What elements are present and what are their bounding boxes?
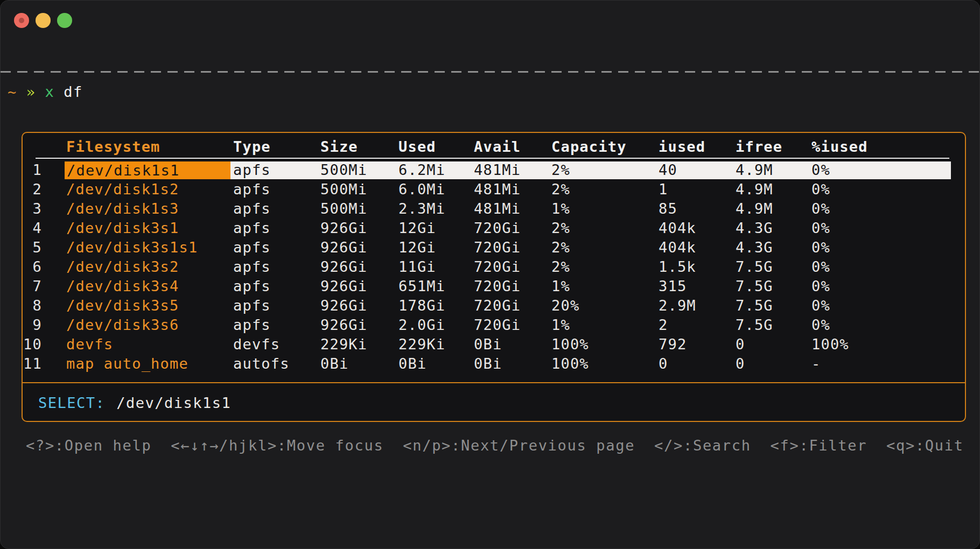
cell-filesystem: /dev/disk3s1s1 [66,238,198,257]
close-button[interactable] [14,13,29,28]
table-row[interactable]: 7/dev/disk3s4apfs926Gi651Mi720Gi1%3157.5… [23,277,965,296]
column-header-type[interactable]: Type [233,137,271,157]
table-row[interactable]: 8/dev/disk3s5apfs926Gi178Gi720Gi20%2.9M7… [23,296,965,315]
cell-filesystem: devfs [66,335,113,354]
select-separator [22,382,966,383]
cell-iused: 792 [659,335,687,354]
table-row[interactable]: 3/dev/disk1s3apfs500Mi2.3Mi481Mi1%854.9M… [23,199,965,219]
select-value: /dev/disk1s1 [116,391,231,415]
cell-used: 6.0Mi [398,180,445,199]
column-header-ifree[interactable]: ifree [736,137,782,157]
column-header-iused[interactable]: iused [659,137,705,157]
row-number: 11 [23,354,42,374]
table-row[interactable]: 6/dev/disk3s2apfs926Gi11Gi720Gi2%1.5k7.5… [23,257,965,277]
cell-type: apfs [233,219,271,238]
cell-used: 651Mi [398,277,445,296]
cell-iused: 1.5k [659,257,696,277]
titlebar[interactable] [1,1,979,33]
cell-avail: 720Gi [474,277,521,296]
column-header-size[interactable]: Size [320,137,358,157]
cell-capacity: 100% [551,335,589,354]
table-row[interactable]: 4/dev/disk3s1apfs926Gi12Gi720Gi2%404k4.3… [23,219,965,238]
table-row[interactable]: 10devfsdevfs229Ki229Ki0Bi100%7920100% [23,335,965,354]
table-row[interactable]: 11map auto_homeautofs0Bi0Bi0Bi100%00- [23,354,965,374]
row-number: 8 [23,296,42,315]
cell-piused: 0% [811,199,830,219]
table-row[interactable]: 1/dev/disk1s1apfs500Mi6.2Mi481Mi2%404.9M… [23,160,965,180]
row-number: 9 [23,315,42,335]
cell-avail: 720Gi [474,315,521,335]
cell-size: 926Gi [320,277,367,296]
cell-filesystem: map auto_home [66,354,188,374]
cell-capacity: 2% [551,257,570,277]
column-header-used[interactable]: Used [398,137,436,157]
cell-used: 178Gi [398,296,445,315]
cell-used: 2.3Mi [398,199,445,219]
cell-size: 926Gi [320,257,367,277]
row-number: 1 [23,160,42,180]
cell-type: apfs [233,199,271,219]
cell-ifree: 7.5G [736,277,773,296]
zoom-button[interactable] [57,13,72,28]
cell-type: apfs [233,315,271,335]
column-header-piused[interactable]: %iused [811,137,868,157]
cell-ifree: 0 [736,354,745,374]
cell-iused: 0 [659,354,668,374]
cell-capacity: 2% [551,238,570,257]
cell-ifree: 0 [736,335,745,354]
cell-iused: 404k [659,238,696,257]
cell-size: 229Ki [320,335,367,354]
cell-filesystem: /dev/disk1s2 [66,180,179,199]
row-number: 5 [23,238,42,257]
cell-filesystem: /dev/disk3s4 [66,277,179,296]
prompt-marker: x [45,79,55,105]
cell-piused: 0% [811,180,830,199]
table-row[interactable]: 5/dev/disk3s1s1apfs926Gi12Gi720Gi2%404k4… [23,238,965,257]
cell-capacity: 20% [551,296,579,315]
cell-iused: 40 [659,160,677,180]
cell-iused: 2 [659,315,668,335]
cell-type: devfs [233,335,280,354]
cell-avail: 0Bi [474,335,502,354]
cell-avail: 481Mi [474,199,521,219]
cell-capacity: 2% [551,219,570,238]
cell-ifree: 7.5G [736,315,773,335]
cell-piused: 0% [811,219,830,238]
cell-iused: 85 [659,199,677,219]
cell-avail: 481Mi [474,180,521,199]
cell-type: apfs [233,257,271,277]
cell-size: 926Gi [320,238,367,257]
cell-ifree: 4.9M [736,160,773,180]
cell-used: 229Ki [398,335,445,354]
cell-capacity: 2% [551,160,570,180]
cell-ifree: 7.5G [736,296,773,315]
row-number: 7 [23,277,42,296]
cell-capacity: 2% [551,180,570,199]
cell-filesystem: /dev/disk1s3 [66,199,179,219]
cell-piused: 0% [811,160,830,180]
keybinding-hints: <?>:Open help <←↓↑→/hjkl>:Move focus <n/… [26,433,964,459]
column-header-avail[interactable]: Avail [474,137,521,157]
cell-type: autofs [233,354,290,374]
row-number: 6 [23,257,42,277]
column-header-filesystem[interactable]: Filesystem [66,137,160,157]
cell-avail: 720Gi [474,257,521,277]
cell-size: 926Gi [320,315,367,335]
cell-piused: 100% [811,335,849,354]
cell-type: apfs [233,296,271,315]
cell-size: 500Mi [320,160,367,180]
column-header-capacity[interactable]: Capacity [551,137,627,157]
table-row[interactable]: 9/dev/disk3s6apfs926Gi2.0Gi720Gi1%27.5G0… [23,315,965,335]
minimize-button[interactable] [36,13,51,28]
table-row[interactable]: 2/dev/disk1s2apfs500Mi6.0Mi481Mi2%14.9M0… [23,180,965,199]
cell-size: 0Bi [320,354,348,374]
cell-avail: 720Gi [474,219,521,238]
cell-iused: 315 [659,277,687,296]
select-label: SELECT: [38,391,105,415]
cell-avail: 720Gi [474,238,521,257]
prompt-arrow: » [26,79,36,105]
cell-avail: 720Gi [474,296,521,315]
cell-ifree: 4.9M [736,199,773,219]
row-number: 10 [23,335,42,354]
cell-filesystem: /dev/disk3s5 [66,296,179,315]
